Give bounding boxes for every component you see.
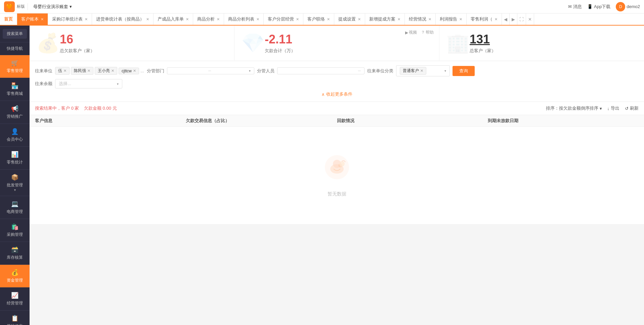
- export-button[interactable]: ↓ 导出: [607, 105, 620, 111]
- col-repayment: 回款情况: [337, 118, 488, 124]
- tab-home[interactable]: 首页: [0, 13, 17, 25]
- sidebar-item-member-center-label: 会员中心: [1, 137, 28, 142]
- unit-category-tag-normal-text: 普通客户: [403, 68, 419, 74]
- sidebar-item-ecommerce[interactable]: 💻 电商管理: [0, 196, 30, 219]
- tab-inbound-stats-close[interactable]: ✕: [146, 17, 149, 22]
- stat-total-debt: 💎 -2.11 欠款合计（万） ▶ 视频 ？ 帮助: [234, 26, 439, 61]
- unit-category-select[interactable]: 普通客户 ✕ ▾: [396, 65, 450, 76]
- manager-select-dots: ···: [358, 69, 361, 73]
- tab-purchase-order-stats-close[interactable]: ✕: [85, 17, 88, 22]
- app-download-button[interactable]: 📱 App下载: [587, 4, 610, 10]
- debt-prefix: 欠款金额: [84, 106, 101, 111]
- chevron-up-icon: ∧: [321, 92, 325, 97]
- tab-business-situation-close[interactable]: ✕: [428, 17, 431, 22]
- sidebar-item-inventory[interactable]: 🗃️ 库存核算: [0, 242, 30, 265]
- sidebar-item-retail-mgmt[interactable]: 🛒 零售管理: [0, 55, 30, 78]
- refresh-button[interactable]: ↺ 刷新: [625, 105, 639, 111]
- filter-tag-wang-close[interactable]: ✕: [111, 69, 114, 73]
- sidebar-item-retail-mall[interactable]: 🏪 零售商城: [0, 78, 30, 101]
- filter-row-2: 往来余额 选择... ▾: [35, 79, 639, 88]
- tab-inbound-stats-label: 进货单统计表（按商品）: [96, 16, 144, 22]
- tab-product-analysis-close[interactable]: ✕: [217, 17, 220, 22]
- filter-more-tags[interactable]: ...: [140, 68, 144, 73]
- department-filter-label: 分管部门: [147, 68, 164, 74]
- sidebar-item-purchase[interactable]: 🛍️ 采购管理: [0, 219, 30, 242]
- sidebar-item-basic-info[interactable]: 📋 基础信息: [0, 311, 30, 325]
- search-result-unit: 家: [75, 106, 79, 111]
- sidebar: 搜索菜单 快捷导航 🛒 零售管理 🏪 零售商城 📢 营销推广 👤 会员中心 📊 …: [0, 26, 30, 325]
- tab-product-analysis-list[interactable]: 商品分析列表 ✕: [224, 13, 264, 25]
- sidebar-item-basic-info-label: 基础信息: [1, 323, 28, 325]
- unit-category-tag-normal-close[interactable]: ✕: [420, 69, 423, 73]
- tab-product-analysis[interactable]: 商品分析 ✕: [193, 13, 224, 25]
- collapse-button[interactable]: ∧ 收起更多条件: [321, 91, 352, 97]
- search-menu-button[interactable]: 搜索菜单: [3, 29, 27, 39]
- stat-icon-3: 🏢: [446, 32, 470, 54]
- messages-button[interactable]: ✉ 消息: [568, 4, 582, 10]
- sidebar-item-finance[interactable]: 💰 资金管理: [0, 265, 30, 288]
- tab-promotion-settings-close[interactable]: ✕: [358, 17, 361, 22]
- tab-customer-book[interactable]: 客户账本 ✕: [17, 13, 48, 25]
- tab-retail-profit-close[interactable]: ✕: [495, 17, 498, 22]
- tab-profit-report[interactable]: 利润报告 ✕: [436, 13, 467, 25]
- tab-cost-inbound-close[interactable]: ✕: [186, 17, 189, 22]
- stat-text-2: -2.11 欠款合计（万）: [245, 32, 429, 54]
- tab-product-analysis-list-label: 商品分析列表: [228, 16, 254, 22]
- balance-select[interactable]: 选择... ▾: [55, 79, 122, 88]
- department-select[interactable]: ··· ▾: [167, 67, 254, 74]
- video-helper-button[interactable]: ▶ 视频: [405, 30, 417, 35]
- manager-select[interactable]: ···: [277, 67, 364, 74]
- filter-tag-chen-close[interactable]: ✕: [87, 69, 90, 73]
- tab-cost-inbound-label: 产成品入库单: [158, 16, 184, 22]
- tab-customer-contact-label: 客户联络: [307, 16, 325, 22]
- tab-maximize-button[interactable]: ⛶: [517, 13, 526, 25]
- sidebar-item-retail-mall-label: 零售商城: [1, 91, 28, 97]
- tab-purchase-order-stats-label: 采购订单统计表: [52, 16, 83, 22]
- tab-customer-contact-close[interactable]: ✕: [327, 17, 330, 22]
- message-icon: ✉: [568, 4, 572, 9]
- tab-business-situation[interactable]: 经营情况 ✕: [405, 13, 436, 25]
- tab-prev-button[interactable]: ◀: [502, 13, 510, 25]
- tab-customer-contact[interactable]: 客户联络 ✕: [303, 13, 334, 25]
- export-icon: ↓: [607, 106, 610, 111]
- user-menu[interactable]: D demo2: [616, 2, 640, 11]
- sidebar-item-inventory-label: 库存核算: [1, 255, 28, 260]
- tab-new-promotion-close[interactable]: ✕: [397, 17, 400, 22]
- sidebar-item-member-center[interactable]: 👤 会员中心: [0, 124, 30, 147]
- tab-customer-book-close[interactable]: ✕: [41, 17, 44, 22]
- unit-category-tag-normal: 普通客户 ✕: [400, 67, 426, 75]
- stat-icon-2: 💎: [241, 32, 265, 54]
- sidebar-item-operations[interactable]: 📈 经营管理: [0, 288, 30, 311]
- retail-stats-icon: 📊: [1, 151, 28, 158]
- tab-restore-button[interactable]: ✕: [526, 13, 534, 25]
- tab-profit-report-label: 利润报告: [440, 16, 457, 22]
- query-button[interactable]: 查询: [453, 66, 475, 76]
- help-helper-button[interactable]: ？ 帮助: [421, 30, 434, 35]
- member-center-icon: 👤: [1, 128, 28, 135]
- sidebar-item-marketing[interactable]: 📢 营销推广: [0, 101, 30, 124]
- video-label: 视频: [409, 30, 417, 35]
- filter-tag-wu: 伍 ✕: [55, 67, 70, 75]
- stats-row: 💰 16 总欠款客户（家） 💎 -2.11 欠款合计（万） ▶ 视频: [30, 26, 644, 61]
- filter-tag-cjttcw-close[interactable]: ✕: [133, 69, 136, 73]
- tab-product-analysis-list-close[interactable]: ✕: [256, 17, 259, 22]
- tab-customer-segment-close[interactable]: ✕: [296, 17, 299, 22]
- tab-retail-profit[interactable]: 零售利润（ ✕: [467, 13, 502, 25]
- tab-new-promotion[interactable]: 新增提成方案 ✕: [365, 13, 405, 25]
- stat-total-credit-customers: 💰 16 总欠款客户（家）: [30, 26, 234, 61]
- sidebar-item-retail-stats[interactable]: 📊 零售统计: [0, 147, 30, 170]
- stat-number-3[interactable]: 131: [470, 32, 634, 46]
- tenant-selector[interactable]: 母婴行业演示账套 ▾: [31, 2, 75, 11]
- tab-inbound-stats[interactable]: 进货单统计表（按商品） ✕: [92, 13, 154, 25]
- tab-purchase-order-stats[interactable]: 采购订单统计表 ✕: [48, 13, 92, 25]
- tab-next-button[interactable]: ▶: [510, 13, 517, 25]
- top-bar: 🧡 标版 母婴行业演示账套 ▾ ✉ 消息 📱 App下载 D demo2: [0, 0, 644, 13]
- tab-customer-segment[interactable]: 客户分层经营 ✕: [264, 13, 303, 25]
- filter-tag-wu-close[interactable]: ✕: [63, 69, 67, 73]
- tab-profit-report-close[interactable]: ✕: [459, 17, 462, 22]
- sidebar-item-wholesale-mgmt[interactable]: 📦 批发管理 ▾: [0, 170, 30, 196]
- tab-promotion-settings[interactable]: 提成设置 ✕: [334, 13, 365, 25]
- tab-cost-inbound[interactable]: 产成品入库单 ✕: [154, 13, 193, 25]
- quick-nav-button[interactable]: 快捷导航: [0, 42, 30, 55]
- sort-control[interactable]: 排序：按欠款金额倒序排序 ▾: [546, 105, 602, 111]
